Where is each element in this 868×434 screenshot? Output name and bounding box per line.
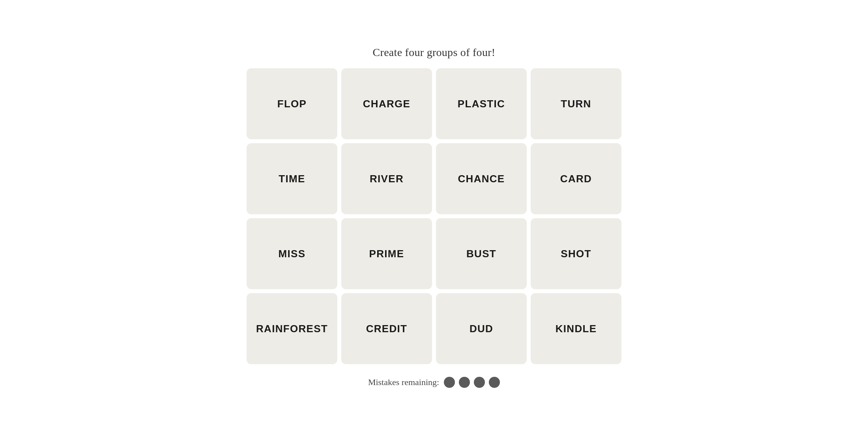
- subtitle: Create four groups of four!: [373, 46, 496, 59]
- tile-label-charge: CHARGE: [363, 98, 410, 110]
- mistake-dot-4: [489, 377, 500, 388]
- tile-label-shot: SHOT: [561, 248, 591, 260]
- tile-label-time: TIME: [279, 173, 305, 185]
- tile-grid: FLOPCHARGEPLASTICTURNTIMERIVERCHANCECARD…: [247, 68, 621, 364]
- tile-shot[interactable]: SHOT: [531, 218, 621, 289]
- mistake-dot-3: [474, 377, 485, 388]
- tile-kindle[interactable]: KINDLE: [531, 293, 621, 364]
- tile-time[interactable]: TIME: [247, 143, 337, 214]
- tile-rainforest[interactable]: RAINFOREST: [247, 293, 337, 364]
- mistakes-row: Mistakes remaining:: [368, 377, 500, 388]
- tile-label-flop: FLOP: [277, 98, 307, 110]
- tile-label-miss: MISS: [279, 248, 306, 260]
- tile-dud[interactable]: DUD: [436, 293, 527, 364]
- tile-miss[interactable]: MISS: [247, 218, 337, 289]
- tile-flop[interactable]: FLOP: [247, 68, 337, 139]
- tile-label-chance: CHANCE: [458, 173, 505, 185]
- tile-label-prime: PRIME: [369, 248, 404, 260]
- tile-chance[interactable]: CHANCE: [436, 143, 527, 214]
- mistake-dot-2: [459, 377, 470, 388]
- tile-prime[interactable]: PRIME: [341, 218, 432, 289]
- game-container: Create four groups of four! FLOPCHARGEPL…: [247, 46, 621, 388]
- tile-label-card: CARD: [560, 173, 592, 185]
- tile-label-turn: TURN: [561, 98, 591, 110]
- mistakes-dots: [444, 377, 500, 388]
- tile-label-plastic: PLASTIC: [458, 98, 505, 110]
- tile-charge[interactable]: CHARGE: [341, 68, 432, 139]
- mistakes-label: Mistakes remaining:: [368, 377, 439, 387]
- tile-label-kindle: KINDLE: [556, 323, 597, 335]
- tile-label-dud: DUD: [470, 323, 493, 335]
- tile-label-credit: CREDIT: [366, 323, 408, 335]
- tile-bust[interactable]: BUST: [436, 218, 527, 289]
- tile-label-rainforest: RAINFOREST: [256, 323, 328, 335]
- tile-credit[interactable]: CREDIT: [341, 293, 432, 364]
- tile-label-bust: BUST: [466, 248, 496, 260]
- tile-river[interactable]: RIVER: [341, 143, 432, 214]
- tile-card[interactable]: CARD: [531, 143, 621, 214]
- mistake-dot-1: [444, 377, 455, 388]
- tile-label-river: RIVER: [370, 173, 404, 185]
- tile-turn[interactable]: TURN: [531, 68, 621, 139]
- tile-plastic[interactable]: PLASTIC: [436, 68, 527, 139]
